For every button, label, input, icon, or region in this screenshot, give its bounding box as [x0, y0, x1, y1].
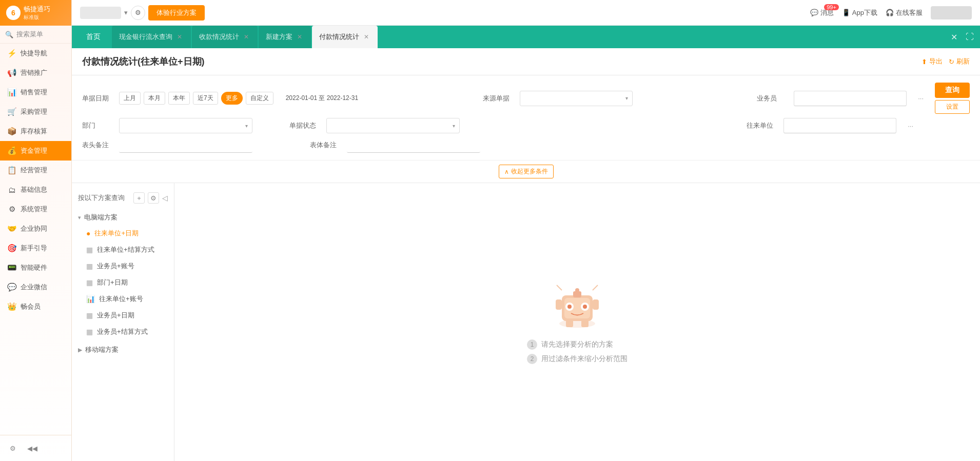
this-year-btn[interactable]: 本年	[168, 92, 190, 105]
sidebar-item-finance[interactable]: 💰 资金管理	[0, 141, 71, 161]
marketing-icon: 📢	[7, 68, 16, 77]
purchase-icon: 🛒	[7, 107, 16, 116]
svg-rect-12	[581, 320, 589, 327]
page-title: 付款情况统计(往来单位+日期)	[82, 55, 205, 68]
dropdown-arrow-icon[interactable]: ▾	[124, 9, 128, 16]
scheme-item-counterpart-settle[interactable]: ▦ 往来单位+结算方式	[72, 242, 174, 258]
tab-fullscreen-icon[interactable]: ⛶	[964, 30, 976, 44]
sidebar-search[interactable]: 🔍 搜索菜单	[0, 26, 71, 44]
salesman-date-label: 业务员+日期	[97, 311, 134, 320]
sidebar-item-vip[interactable]: 👑 畅会员	[0, 297, 71, 316]
guide-label: 新手引导	[21, 244, 47, 253]
settings-mini-button[interactable]: 设置	[935, 100, 970, 114]
tab-cashflow[interactable]: 现金银行流水查询 ✕	[112, 26, 191, 48]
scheme-panel-collapse-btn[interactable]: ◁	[162, 194, 168, 202]
app-download-btn[interactable]: 📱 App下载	[842, 8, 877, 17]
system-label: 系统管理	[21, 205, 47, 214]
tab-home[interactable]: 首页	[76, 26, 111, 48]
sidebar-item-sales[interactable]: 📊 销售管理	[0, 83, 71, 102]
sidebar-collapse-btn[interactable]: ◀◀	[25, 440, 40, 456]
date-range-display: 2022-01-01 至 2022-12-31	[286, 94, 358, 103]
sidebar-item-hardware[interactable]: 📟 智能硬件	[0, 258, 71, 277]
header-note-input[interactable]	[119, 137, 252, 153]
sidebar-item-wechat[interactable]: 💬 企业微信	[0, 277, 71, 297]
tab-cashflow-close[interactable]: ✕	[175, 33, 184, 41]
counterpart-input[interactable]	[783, 118, 896, 133]
sidebar-item-base[interactable]: 🗂 基础信息	[0, 180, 71, 199]
tab-payments[interactable]: 付款情况统计 ✕	[312, 26, 378, 48]
body-note-input[interactable]	[347, 137, 480, 153]
this-month-btn[interactable]: 本月	[144, 92, 165, 105]
body-note-label: 表体备注	[310, 141, 339, 150]
custom-date-btn[interactable]: 自定义	[246, 92, 273, 105]
sidebar-item-inventory[interactable]: 📦 库存核算	[0, 122, 71, 141]
mobile-section-title: 移动端方案	[85, 345, 119, 354]
scheme-item-dept-date[interactable]: ▦ 部门+日期	[72, 274, 174, 291]
sidebar-item-shortcuts[interactable]: ⚡ 快捷导航	[0, 44, 71, 63]
svg-point-5	[567, 305, 572, 309]
last-month-btn[interactable]: 上月	[119, 92, 141, 105]
hardware-icon: 📟	[7, 263, 16, 272]
guide-icon: 🎯	[7, 244, 16, 253]
counterpart-date-icon: ●	[86, 229, 90, 237]
export-button[interactable]: ⬆ 导出	[922, 57, 943, 66]
mobile-section-header[interactable]: ▶ 移动端方案	[72, 342, 174, 357]
messages-btn[interactable]: 💬 消息 99+	[810, 8, 834, 17]
header-user-avatar[interactable]	[931, 6, 972, 19]
sidebar-settings-btn[interactable]: ⚙	[5, 440, 21, 456]
message-icon: 💬	[810, 9, 818, 16]
sidebar-item-guide[interactable]: 🎯 新手引导	[0, 238, 71, 258]
sidebar-item-purchase[interactable]: 🛒 采购管理	[0, 102, 71, 122]
header-settings-btn[interactable]: ⚙	[131, 6, 145, 20]
tab-close-all-icon[interactable]: ✕	[949, 30, 959, 44]
salesman-input[interactable]	[794, 91, 907, 106]
page-header: 付款情况统计(往来单位+日期) ⬆ 导出 ↻ 刷新	[72, 48, 980, 75]
filter-row-2: 部门 ▾ 单据状态 ▾ 往来单位 ···	[82, 118, 970, 133]
scheme-panel-actions: + ⚙ ◁	[133, 192, 168, 204]
trial-button[interactable]: 体验行业方案	[148, 5, 205, 21]
sidebar-item-operations[interactable]: 📋 经营管理	[0, 161, 71, 180]
refresh-button[interactable]: ↻ 刷新	[949, 57, 970, 66]
scheme-item-counterpart-date[interactable]: ● 往来单位+日期	[72, 225, 174, 242]
tab-receipts-label: 收款情况统计	[199, 32, 239, 42]
salesman-more-btn[interactable]: ···	[915, 94, 927, 102]
salesman-account-icon: ▦	[86, 262, 93, 270]
refresh-icon: ↻	[949, 58, 954, 66]
dept-select[interactable]: ▾	[119, 118, 252, 133]
counterpart-settle-label: 往来单位+结算方式	[97, 245, 154, 254]
counterpart-more-btn[interactable]: ···	[905, 122, 916, 130]
add-scheme-btn[interactable]: +	[133, 192, 145, 204]
collapse-conditions-btn[interactable]: ∧ 收起更多条件	[499, 165, 554, 178]
last-7-days-btn[interactable]: 近7天	[193, 92, 218, 105]
query-button[interactable]: 查询	[935, 83, 970, 98]
scheme-item-counterpart-account[interactable]: 📊 往来单位+账号	[72, 291, 174, 307]
scheme-item-salesman-date[interactable]: ▦ 业务员+日期	[72, 307, 174, 324]
filter-row-1: 单据日期 上月 本月 本年 近7天 更多 自定义 2022-01-01 至 20…	[82, 83, 970, 114]
inventory-label: 库存核算	[21, 127, 47, 136]
export-label: 导出	[929, 57, 943, 66]
scheme-item-salesman-settle[interactable]: ▦ 业务员+结算方式	[72, 324, 174, 340]
scheme-settings-btn[interactable]: ⚙	[148, 192, 159, 204]
tab-receipts[interactable]: 收款情况统计 ✕	[192, 26, 258, 48]
more-dates-btn[interactable]: 更多	[221, 92, 243, 105]
empty-hint-1: 1 请先选择要分析的方案	[527, 339, 628, 350]
counterpart-account-icon: 📊	[86, 295, 95, 303]
source-select[interactable]: ▾	[520, 91, 633, 106]
empty-hint-2: 2 用过滤条件来缩小分析范围	[527, 354, 628, 364]
source-label: 来源单据	[483, 94, 512, 103]
sidebar-item-marketing[interactable]: 📢 营销推广	[0, 63, 71, 83]
sidebar-item-coop[interactable]: 🤝 企业协同	[0, 219, 71, 238]
sidebar-logo: 6 畅捷通巧 标准版	[0, 0, 71, 26]
scheme-item-salesman-account[interactable]: ▦ 业务员+账号	[72, 258, 174, 274]
doc-status-select[interactable]: ▾	[326, 118, 460, 133]
desktop-section-header[interactable]: ▾ 电脑端方案	[72, 210, 174, 225]
sidebar-item-system[interactable]: ⚙ 系统管理	[0, 199, 71, 219]
tab-new-scheme[interactable]: 新建方案 ✕	[259, 26, 311, 48]
inventory-icon: 📦	[7, 127, 16, 136]
tab-receipts-close[interactable]: ✕	[242, 33, 250, 41]
vip-label: 畅会员	[21, 302, 41, 311]
tab-payments-close[interactable]: ✕	[362, 33, 370, 41]
tab-new-scheme-close[interactable]: ✕	[296, 33, 304, 41]
online-service-btn[interactable]: 🎧 在线客服	[886, 8, 923, 17]
finance-icon: 💰	[7, 146, 16, 155]
